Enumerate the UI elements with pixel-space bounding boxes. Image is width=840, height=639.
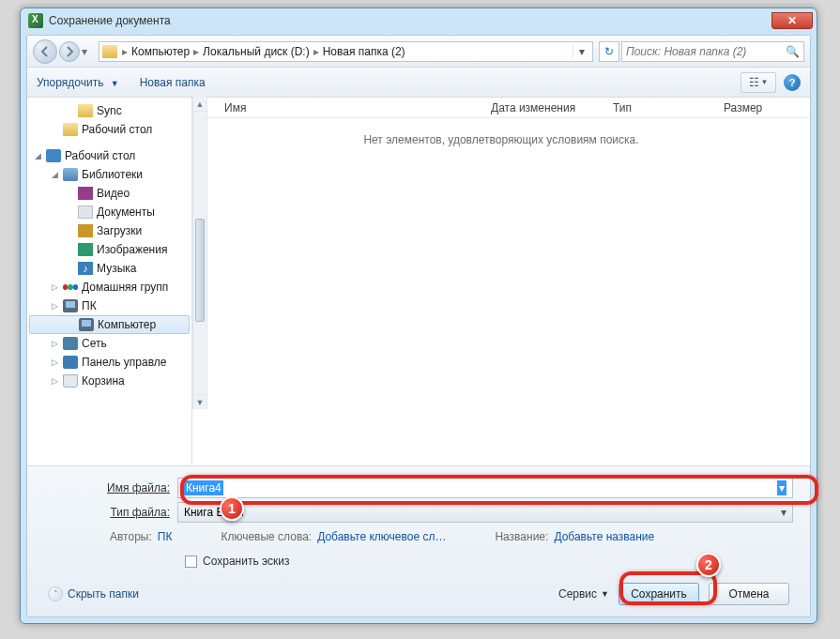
sidebar-item[interactable]: Загрузки bbox=[27, 221, 191, 240]
filename-input[interactable]: Книга4 ▾ bbox=[177, 478, 793, 498]
breadcrumb-item[interactable]: Новая папка (2) bbox=[320, 45, 408, 58]
chevron-down-icon[interactable]: ▾ bbox=[781, 506, 787, 519]
hide-folders-toggle[interactable]: ˄ Скрыть папки bbox=[48, 586, 139, 601]
scroll-down-icon[interactable]: ▼ bbox=[193, 394, 206, 409]
net-icon bbox=[63, 337, 78, 350]
tree-expand-icon[interactable]: ▷ bbox=[50, 282, 59, 292]
window-title: Сохранение документа bbox=[49, 14, 171, 27]
folder-icon bbox=[63, 123, 78, 136]
sidebar-item[interactable]: ♪Музыка bbox=[27, 259, 191, 278]
chevron-down-icon[interactable]: ▾ bbox=[777, 480, 787, 495]
sidebar-item[interactable]: ▷Корзина bbox=[27, 372, 191, 390]
chevron-right-icon: ▸ bbox=[313, 45, 320, 58]
sidebar-item[interactable]: ◢Рабочий стол bbox=[27, 146, 191, 165]
nav-back-button[interactable] bbox=[33, 39, 57, 64]
callout-badge-1: 1 bbox=[220, 496, 244, 521]
cancel-button[interactable]: Отмена bbox=[709, 583, 789, 605]
authors-label: Авторы: bbox=[110, 530, 152, 543]
nav-history-dropdown[interactable]: ▾ bbox=[82, 45, 93, 58]
sidebar-item-label: Видео bbox=[97, 187, 130, 200]
filetype-select[interactable]: Книга Excel ▾ bbox=[177, 502, 793, 523]
sidebar-item[interactable]: ▷Домашняя групп bbox=[27, 278, 191, 297]
titlebar[interactable]: Сохранение документа ✕ bbox=[21, 8, 817, 33]
chevron-right-icon: ▸ bbox=[121, 45, 129, 58]
view-mode-button[interactable]: ☷ ▼ bbox=[741, 72, 776, 93]
search-input[interactable] bbox=[626, 45, 786, 58]
filetype-label: Тип файла: bbox=[44, 506, 177, 519]
sidebar-item-label: Рабочий стол bbox=[82, 123, 152, 136]
cp-icon bbox=[63, 356, 78, 369]
tree-expand-icon[interactable]: ▷ bbox=[50, 339, 59, 348]
nav-forward-button[interactable] bbox=[59, 41, 80, 62]
save-thumbnail-label: Сохранить эскиз bbox=[203, 555, 290, 568]
sidebar-item[interactable]: Документы bbox=[27, 203, 191, 221]
tree-collapse-icon[interactable]: ◢ bbox=[33, 151, 42, 160]
excel-icon bbox=[28, 13, 43, 28]
breadcrumb[interactable]: ▸ Компьютер ▸ Локальный диск (D:) ▸ Нова… bbox=[99, 41, 593, 62]
sidebar-item[interactable]: Sync bbox=[27, 101, 191, 120]
sidebar-item[interactable]: ▷Панель управле bbox=[27, 353, 191, 372]
file-list: Имя Дата изменения Тип Размер Нет элемен… bbox=[192, 98, 810, 465]
keywords-placeholder[interactable]: Добавьте ключевое сл… bbox=[317, 530, 446, 543]
sidebar-item-label: Изображения bbox=[97, 243, 167, 256]
sidebar-item-label: ПК bbox=[82, 299, 97, 312]
sidebar-item[interactable]: ▷Сеть bbox=[27, 334, 191, 353]
close-icon: ✕ bbox=[787, 14, 797, 27]
sidebar-item[interactable]: Рабочий стол bbox=[27, 120, 191, 139]
sidebar-item-label: Панель управле bbox=[82, 356, 166, 369]
sidebar-item[interactable]: Изображения bbox=[27, 240, 191, 259]
sidebar-item-label: Sync bbox=[97, 104, 122, 117]
sidebar-item[interactable]: Видео bbox=[27, 184, 191, 203]
sidebar-item-label: Документы bbox=[97, 205, 155, 219]
col-date[interactable]: Дата изменения bbox=[483, 101, 605, 114]
chevron-up-icon: ˄ bbox=[48, 586, 63, 601]
view-icon: ☷ bbox=[749, 76, 759, 89]
filename-value: Книга4 bbox=[184, 480, 223, 495]
breadcrumb-item[interactable]: Компьютер bbox=[129, 45, 192, 58]
sidebar-item[interactable]: Компьютер bbox=[29, 315, 190, 334]
action-row: ˄ Скрыть папки Сервис ▼ Сохранить Отмена bbox=[44, 583, 793, 605]
breadcrumb-dropdown[interactable]: ▾ bbox=[573, 45, 589, 58]
column-headers[interactable]: Имя Дата изменения Тип Размер bbox=[192, 98, 810, 118]
sidebar-item[interactable]: ▷ПК bbox=[27, 297, 191, 315]
sidebar-scrollbar[interactable]: ▲ ▼ bbox=[192, 97, 207, 409]
pc-icon bbox=[63, 299, 78, 312]
organize-label: Упорядочить bbox=[37, 76, 103, 89]
homegroup-icon bbox=[63, 281, 78, 294]
tree-expand-icon[interactable]: ▷ bbox=[50, 358, 59, 367]
search-box[interactable]: 🔍 bbox=[621, 41, 804, 62]
close-button[interactable]: ✕ bbox=[771, 12, 813, 29]
col-name[interactable]: Имя bbox=[192, 101, 483, 114]
scroll-up-icon[interactable]: ▲ bbox=[193, 97, 206, 112]
sidebar-item[interactable]: ◢Библиотеки bbox=[27, 165, 191, 184]
doc-title-placeholder[interactable]: Добавьте название bbox=[554, 530, 654, 543]
arrow-left-icon bbox=[39, 46, 51, 57]
authors-value[interactable]: ПК bbox=[158, 530, 173, 543]
tree-expand-icon[interactable]: ▷ bbox=[50, 301, 59, 311]
service-menu[interactable]: Сервис ▼ bbox=[558, 587, 609, 601]
scroll-thumb[interactable] bbox=[195, 219, 205, 322]
empty-message: Нет элементов, удовлетворяющих условиям … bbox=[192, 133, 810, 146]
chevron-down-icon: ▼ bbox=[761, 78, 769, 86]
save-button[interactable]: Сохранить bbox=[619, 583, 699, 605]
sidebar-item-label: Музыка bbox=[97, 262, 136, 275]
col-type[interactable]: Тип bbox=[605, 101, 716, 114]
tree-expand-icon[interactable]: ▷ bbox=[50, 376, 59, 386]
arrow-right-icon bbox=[64, 46, 75, 57]
organize-menu[interactable]: Упорядочить ▼ bbox=[37, 76, 119, 89]
help-button[interactable]: ? bbox=[784, 74, 801, 91]
sidebar-item-label: Рабочий стол bbox=[65, 149, 135, 162]
sidebar[interactable]: SyncРабочий стол◢Рабочий стол◢Библиотеки… bbox=[27, 98, 192, 465]
chevron-down-icon: ▼ bbox=[111, 79, 119, 88]
save-thumbnail-checkbox[interactable] bbox=[185, 555, 197, 568]
breadcrumb-item[interactable]: Локальный диск (D:) bbox=[200, 45, 313, 58]
col-size[interactable]: Размер bbox=[716, 101, 791, 114]
sidebar-item-label: Корзина bbox=[82, 374, 125, 388]
dialog-body: ▾ ▸ Компьютер ▸ Локальный диск (D:) ▸ Но… bbox=[26, 35, 811, 617]
search-icon: 🔍 bbox=[786, 45, 800, 58]
nav-bar: ▾ ▸ Компьютер ▸ Локальный диск (D:) ▸ Но… bbox=[27, 36, 810, 68]
tree-collapse-icon[interactable]: ◢ bbox=[50, 170, 59, 179]
sidebar-item-label: Домашняя групп bbox=[82, 281, 168, 294]
new-folder-button[interactable]: Новая папка bbox=[140, 76, 206, 89]
refresh-button[interactable]: ↻ bbox=[599, 41, 619, 62]
